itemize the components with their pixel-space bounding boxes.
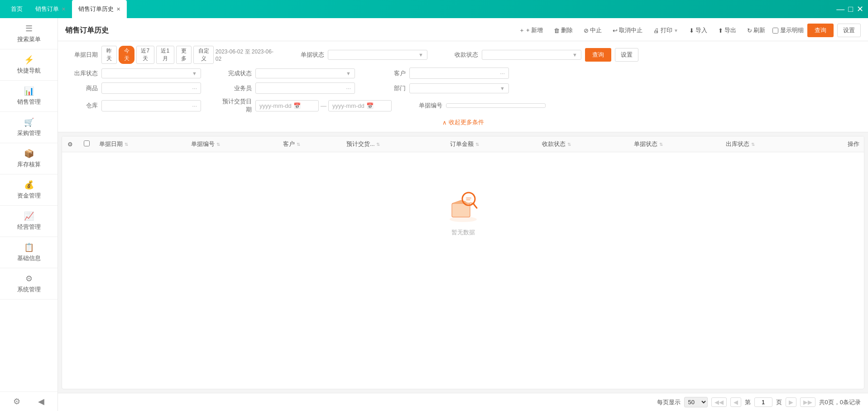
finance-icon: 💰	[24, 180, 34, 190]
sidebar-item-purchase[interactable]: 🛒 采购管理	[0, 112, 58, 143]
filter-row-4: 仓库 ··· 预计交货日期 yyyy-mm-dd 📅 — yyyy-mm-dd …	[65, 97, 861, 114]
page-header: 销售订单历史 ＋ + 新增 🗑 删除 ⊘ 中止 ↩ 取消中止 🖨 打印 ▼	[58, 18, 868, 41]
date-btn-yesterday[interactable]: 昨天	[101, 46, 117, 64]
payment-status-select[interactable]: ▼	[482, 50, 581, 60]
quick-nav-icon: ⚡	[24, 55, 34, 65]
product-input[interactable]: ···	[101, 82, 201, 94]
sidebar-item-inventory[interactable]: 📦 库存核算	[0, 143, 58, 174]
th-customer[interactable]: 客户 ⇅	[278, 136, 342, 152]
expected-delivery-from-input[interactable]: yyyy-mm-dd 📅	[255, 100, 319, 111]
window-close-btn[interactable]: ✕	[857, 4, 863, 14]
th-amount[interactable]: 订单金额 ⇅	[446, 136, 537, 152]
new-button[interactable]: ＋ + 新增	[515, 24, 547, 36]
sidebar-item-system[interactable]: ⚙ 系统管理	[0, 268, 58, 300]
th-number[interactable]: 单据编号 ⇅	[187, 136, 278, 152]
print-button[interactable]: 🖨 打印 ▼	[650, 24, 682, 36]
sidebar-item-quick-nav[interactable]: ⚡ 快捷导航	[0, 49, 58, 81]
department-select[interactable]: ▼	[409, 83, 509, 93]
filter-area: 单据日期 昨天 今天 近7天 近1月 更多 自定义 2023-06-02 至 2…	[58, 41, 868, 132]
outbound-status-select[interactable]: ▼	[101, 68, 201, 78]
sidebar-settings-icon[interactable]: ⚙	[13, 396, 20, 406]
sidebar-item-basic-info[interactable]: 📋 基础信息	[0, 237, 58, 268]
window-max-btn[interactable]: □	[848, 5, 853, 14]
svg-point-0	[450, 217, 477, 222]
stop-button[interactable]: ⊘ 中止	[580, 24, 605, 36]
salesperson-ellipsis-icon: ···	[346, 85, 351, 92]
purchase-icon: 🛒	[24, 117, 34, 127]
setting-button[interactable]: 设置	[837, 24, 861, 37]
date-btn-today[interactable]: 今天	[119, 46, 134, 64]
tab-sales-order-history[interactable]: 销售订单历史 ✕	[72, 0, 127, 18]
completion-status-select[interactable]: ▼	[255, 68, 355, 78]
stop-icon: ⊘	[584, 27, 589, 34]
table-gear-icon[interactable]: ⚙	[67, 141, 73, 148]
sidebar-item-finance[interactable]: 💰 资金管理	[0, 174, 58, 206]
svg-point-3	[465, 195, 473, 203]
setting-button-inline[interactable]: 设置	[615, 48, 638, 62]
date-btn-7days[interactable]: 近7天	[136, 46, 154, 64]
expected-delivery-from-text: yyyy-mm-dd	[259, 102, 292, 109]
export-icon: ⬆	[718, 27, 723, 34]
expected-delivery-to-input[interactable]: yyyy-mm-dd 📅	[328, 100, 392, 111]
sidebar-item-label-sales: 销售管理	[17, 98, 41, 106]
order-status-label: 单据状态	[292, 51, 328, 59]
first-page-btn[interactable]: ◀◀	[711, 397, 727, 407]
sort-payment-icon: ⇅	[567, 142, 571, 147]
salesperson-input[interactable]: ···	[255, 82, 355, 94]
window-min-btn[interactable]: —	[836, 5, 844, 14]
export-button[interactable]: ⬆ 导出	[715, 24, 740, 36]
close-tab-sales-order[interactable]: ✕	[62, 6, 66, 12]
page-size-select[interactable]: 10 20 50 100	[684, 397, 708, 407]
tab-home[interactable]: 首页	[5, 0, 29, 18]
th-delivery[interactable]: 预计交货... ⇅	[342, 136, 446, 152]
sort-date-icon: ⇅	[125, 142, 128, 147]
th-checkbox[interactable]	[78, 136, 95, 152]
date-btn-1month[interactable]: 近1月	[156, 46, 174, 64]
th-payment-status[interactable]: 收款状态 ⇅	[537, 136, 629, 152]
department-label: 部门	[373, 84, 409, 92]
collapse-row[interactable]: ∧ 收起更多条件	[65, 117, 861, 127]
th-date[interactable]: 单据日期 ⇅	[95, 136, 187, 152]
sidebar-collapse-icon[interactable]: ◀	[38, 396, 44, 406]
close-tab-sales-order-history[interactable]: ✕	[116, 6, 120, 12]
import-button[interactable]: ⬇ 导入	[686, 24, 711, 36]
calendar-from-icon[interactable]: 📅	[293, 102, 301, 109]
department-arrow-icon: ▼	[500, 86, 505, 91]
sidebar-item-search-menu[interactable]: ☰ 搜索菜单	[0, 18, 58, 49]
calendar-to-icon[interactable]: 📅	[366, 102, 374, 109]
order-number-label: 单据编号	[410, 102, 446, 110]
sidebar-item-sales[interactable]: 📊 销售管理	[0, 81, 58, 112]
page-suffix: 页	[776, 398, 782, 406]
th-settings[interactable]: ⚙	[62, 136, 78, 152]
page-number-input[interactable]	[754, 397, 772, 407]
query-button-inline[interactable]: 查询	[585, 48, 611, 62]
sidebar-item-operations[interactable]: 📈 经营管理	[0, 206, 58, 237]
customer-ellipsis-icon: ···	[500, 70, 505, 77]
empty-state: 暂无数据	[67, 156, 859, 264]
next-page-btn[interactable]: ▶	[786, 397, 796, 407]
date-btn-more[interactable]: 更多	[176, 46, 192, 64]
main-layout: ☰ 搜索菜单 ⚡ 快捷导航 📊 销售管理 🛒 采购管理 📦 库存核算 💰 资金管…	[0, 18, 868, 411]
order-number-input[interactable]	[446, 103, 546, 108]
th-outbound-status[interactable]: 出库状态 ⇅	[721, 136, 813, 152]
last-page-btn[interactable]: ▶▶	[800, 397, 815, 407]
tab-sales-order[interactable]: 销售订单 ✕	[29, 0, 72, 18]
prev-page-btn[interactable]: ◀	[730, 397, 741, 407]
display-detail-checkbox[interactable]	[772, 28, 778, 34]
display-detail-checkbox-label[interactable]: 显示明细	[772, 26, 804, 34]
outbound-status-arrow-icon: ▼	[192, 71, 197, 76]
customer-input[interactable]: ···	[409, 68, 509, 79]
refresh-button[interactable]: ↻ 刷新	[743, 24, 769, 36]
select-all-checkbox[interactable]	[84, 140, 90, 146]
date-filter-control: 昨天 今天 近7天 近1月 更多 自定义 2023-06-02 至 2023-0…	[101, 46, 273, 64]
order-status-select[interactable]: ▼	[328, 50, 427, 60]
date-btn-custom[interactable]: 自定义	[193, 46, 214, 64]
page-label: 第	[745, 398, 751, 406]
table-header-row: ⚙ 单据日期 ⇅ 单据编号 ⇅	[62, 136, 864, 152]
cancel-stop-button[interactable]: ↩ 取消中止	[609, 24, 646, 36]
delete-button[interactable]: 🗑 删除	[550, 24, 576, 36]
payment-status-arrow-icon: ▼	[572, 52, 577, 58]
th-order-status[interactable]: 单据状态 ⇅	[629, 136, 721, 152]
query-button[interactable]: 查询	[807, 24, 834, 37]
warehouse-input[interactable]: ···	[101, 100, 201, 111]
